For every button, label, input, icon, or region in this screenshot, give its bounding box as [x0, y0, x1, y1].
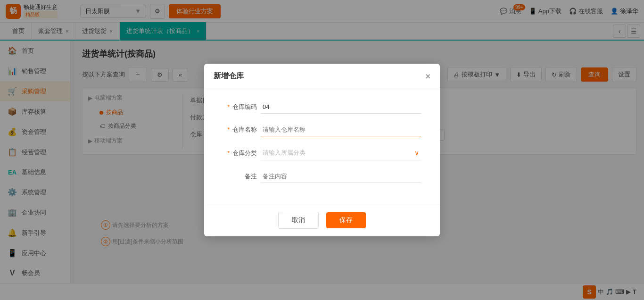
modal-body: * 仓库编码 * 仓库名称 * 仓库分类 请输入 — [204, 89, 440, 204]
cancel-button[interactable]: 取消 — [278, 212, 319, 229]
form-row-category: * 仓库分类 请输入所属分类 ∨ — [223, 146, 421, 160]
modal-close-button[interactable]: × — [425, 72, 430, 81]
modal-overlay: 新增仓库 × * 仓库编码 * 仓库名称 — [0, 0, 644, 300]
remark-label: 备注 — [223, 172, 261, 181]
form-row-remark: 备注 — [223, 170, 421, 183]
modal-footer: 取消 保存 — [204, 204, 440, 236]
form-row-code: * 仓库编码 — [223, 100, 421, 114]
save-button[interactable]: 保存 — [326, 212, 366, 228]
modal-header: 新增仓库 × — [204, 64, 440, 89]
modal-title: 新增仓库 — [214, 71, 244, 81]
remark-input[interactable] — [261, 170, 421, 183]
new-warehouse-modal: 新增仓库 × * 仓库编码 * 仓库名称 — [204, 64, 440, 236]
required-star-category: * — [227, 150, 230, 157]
name-input[interactable] — [261, 123, 421, 136]
category-placeholder: 请输入所属分类 — [263, 149, 305, 157]
category-dropdown-arrow: ∨ — [414, 149, 419, 157]
name-label: * 仓库名称 — [223, 125, 261, 134]
code-label: * 仓库编码 — [223, 103, 261, 111]
required-star-name: * — [227, 126, 230, 133]
required-star-code: * — [227, 103, 230, 110]
category-label: * 仓库分类 — [223, 149, 261, 158]
code-input[interactable] — [261, 100, 421, 114]
form-row-name: * 仓库名称 — [223, 123, 421, 136]
category-select[interactable]: 请输入所属分类 ∨ — [261, 146, 421, 160]
